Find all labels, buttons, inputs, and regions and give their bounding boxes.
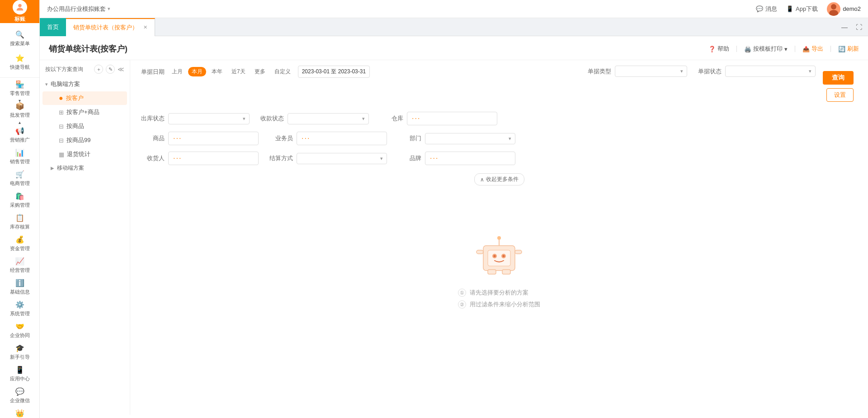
sidebar-item-new-guide[interactable]: 🎓 新手引导 — [2, 341, 38, 363]
template-print-button[interactable]: 🖨️ 按模板打印 ▾ — [744, 45, 788, 53]
scheme-group-mobile-header[interactable]: ▶ 移动端方案 — [40, 162, 130, 175]
help-button[interactable]: ❓ 帮助 — [708, 45, 729, 53]
scheme-item-by-goods-99[interactable]: ⊟ 按商品99 — [42, 133, 127, 147]
scheme-item-by-customer-goods[interactable]: ⊞ 按客户+商品 — [42, 105, 127, 119]
sidebar-item-system[interactable]: ⚙️ 系统管理 — [2, 298, 38, 319]
message-icon: 💬 — [756, 5, 763, 12]
sidebar-item-operations[interactable]: 📈 经营管理 — [2, 254, 38, 276]
receipt-status-filter: 收款状态 ▾ — [257, 113, 369, 124]
settings-button[interactable]: 设置 — [826, 88, 854, 102]
sidebar-item-sales[interactable]: 📊 销售管理 — [2, 146, 38, 167]
out-status-select[interactable]: ▾ — [168, 113, 250, 124]
page-title: 销货单统计表(按客户) — [49, 43, 127, 54]
topbar-title-text: 办公用品行业模拟账套 — [47, 5, 106, 13]
page-content: 销货单统计表(按客户) ❓ 帮助 🖨️ 按模板打印 ▾ 📤 导出 — [40, 36, 868, 418]
brand-filter: 品牌 ··· — [394, 152, 515, 165]
date-shortcut-last-7-days[interactable]: 近7天 — [228, 67, 249, 76]
date-shortcut-this-month[interactable]: 本月 — [188, 67, 206, 76]
svg-rect-13 — [488, 270, 496, 274]
svg-point-8 — [503, 255, 505, 257]
sidebar-item-ecommerce[interactable]: 🛒 电商管理 — [2, 167, 38, 189]
salesperson-filter: 业务员 ··· — [266, 132, 387, 145]
user-avatar-button[interactable]: demo2 — [827, 2, 861, 16]
message-button[interactable]: 💬 消息 — [756, 5, 777, 13]
sidebar-item-search-menu[interactable]: 🔍 搜索菜单 — [2, 28, 38, 49]
svg-point-1 — [831, 4, 836, 10]
collapse-row: ∧ 收起更多条件 — [130, 170, 868, 189]
date-shortcut-last-month[interactable]: 上月 — [168, 67, 186, 76]
date-shortcut-this-year[interactable]: 本年 — [208, 67, 226, 76]
tab-minimize-button[interactable]: — — [839, 22, 850, 33]
marketing-icon: 📢 — [15, 127, 24, 135]
collapse-filters-button[interactable]: ∧ 收起更多条件 — [474, 173, 524, 185]
sidebar-item-finance[interactable]: 💰 资金管理 — [2, 233, 38, 254]
date-label: 单据日期 — [137, 68, 165, 76]
warehouse-select[interactable]: ··· — [407, 112, 497, 125]
goods-icon: ⊟ — [59, 123, 64, 130]
department-select[interactable]: ▾ — [425, 133, 515, 144]
salesperson-ellipsis-icon: ··· — [302, 134, 310, 142]
scheme-item-by-customer[interactable]: ● 按客户 — [42, 91, 127, 105]
date-range-picker[interactable]: 2023-03-01 至 2023-03-31 — [298, 66, 370, 78]
scheme-panel: 按以下方案查询 ＋ ✎ ≪ ▾ 电脑端方案 ● 按客户 — [40, 60, 130, 415]
bill-type-select[interactable]: ▾ — [615, 66, 687, 77]
export-button[interactable]: 📤 导出 — [802, 45, 823, 53]
logo-text: 标账 — [14, 15, 25, 23]
sidebar-item-basic-info[interactable]: ℹ️ 基础信息 — [2, 276, 38, 298]
refresh-icon: 🔄 — [838, 46, 845, 52]
empty-tip-2: ② 用过滤条件来缩小分析范围 — [458, 300, 540, 309]
sidebar-item-quick-nav[interactable]: ⭐ 快捷导航 — [2, 51, 38, 73]
tab-maximize-button[interactable]: ⛶ — [854, 22, 864, 33]
app-download-button[interactable]: 📱 App下载 — [786, 5, 818, 13]
bill-status-select[interactable]: ▾ — [725, 66, 816, 77]
warehouse-filter: 仓库 ··· — [376, 112, 497, 125]
sidebar-logo[interactable]: 标账 — [0, 0, 40, 23]
edit-scheme-button[interactable]: ✎ — [106, 65, 115, 74]
consignee-select[interactable]: ··· — [168, 152, 259, 165]
username-label: demo2 — [843, 5, 861, 12]
date-range-value: 2023-03-01 至 2023-03-31 — [302, 68, 366, 76]
goods99-icon: ⊟ — [59, 137, 64, 144]
goods-label: 商品 — [137, 134, 165, 142]
settlement-select[interactable]: ▾ — [297, 153, 387, 164]
page-header: 销货单统计表(按客户) ❓ 帮助 🖨️ 按模板打印 ▾ 📤 导出 — [40, 36, 868, 60]
retail-icon: 🏪 — [15, 80, 24, 89]
sidebar-item-app-center[interactable]: 📱 应用中心 — [2, 363, 38, 385]
sidebar-item-enterprise-wechat[interactable]: 💬 企业微信 — [2, 385, 38, 406]
date-shortcut-custom[interactable]: 自定义 — [271, 67, 294, 76]
sidebar-item-member[interactable]: 👑 畅会员 — [2, 406, 38, 418]
tab-home[interactable]: 首页 — [40, 18, 66, 36]
date-shortcut-more[interactable]: 更多 — [251, 67, 269, 76]
scheme-item-return-stat[interactable]: ▦ 退货统计 — [42, 147, 127, 161]
sidebar-item-retail[interactable]: 🏪 零售管理 ▾ — [2, 81, 38, 102]
tab-close-icon[interactable]: ✕ — [143, 24, 147, 30]
chevron-right-icon: ▶ — [51, 166, 54, 171]
collab-icon: 🤝 — [15, 322, 24, 331]
query-button[interactable]: 查询 — [823, 71, 854, 85]
svg-rect-11 — [476, 250, 483, 254]
goods-select[interactable]: ··· — [168, 132, 259, 145]
brand-select[interactable]: ··· — [425, 152, 515, 165]
sidebar-item-marketing[interactable]: 📢 营销推广 — [2, 124, 38, 146]
info-icon: ℹ️ — [15, 279, 24, 287]
topbar-title[interactable]: 办公用品行业模拟账套 ▾ — [47, 5, 110, 13]
query-buttons-panel: 查询 设置 — [816, 66, 861, 107]
tab-sales-stat[interactable]: 销货单统计表（按客户） ✕ — [66, 18, 155, 36]
app-icon: 📱 — [15, 366, 24, 374]
date-shortcuts: 上月 本月 本年 近7天 更多 自定义 — [168, 67, 294, 76]
add-scheme-button[interactable]: ＋ — [94, 65, 103, 74]
sidebar-item-enterprise-collab[interactable]: 🤝 企业协同 — [2, 319, 38, 341]
salesperson-select[interactable]: ··· — [297, 132, 387, 145]
sidebar-item-purchase[interactable]: 🛍️ 采购管理 — [2, 189, 38, 211]
collapse-scheme-panel-button[interactable]: ≪ — [118, 66, 124, 73]
scheme-group-desktop-header[interactable]: ▾ 电脑端方案 — [40, 77, 130, 91]
inner-layout: 按以下方案查询 ＋ ✎ ≪ ▾ 电脑端方案 ● 按客户 — [40, 60, 868, 415]
svg-point-10 — [497, 236, 501, 240]
svg-rect-14 — [502, 270, 510, 274]
sidebar-item-inventory[interactable]: 📋 库存核算 — [2, 211, 38, 233]
sidebar-item-wholesale[interactable]: 📦 批发管理 ▴ — [2, 102, 38, 124]
filter-query-section: 单据日期 上月 本月 本年 近7天 更多 自定义 2023-03-01 至 20… — [130, 60, 868, 415]
scheme-item-by-goods[interactable]: ⊟ 按商品 — [42, 119, 127, 133]
receipt-status-select[interactable]: ▾ — [288, 113, 369, 124]
refresh-button[interactable]: 🔄 刷新 — [838, 45, 859, 53]
